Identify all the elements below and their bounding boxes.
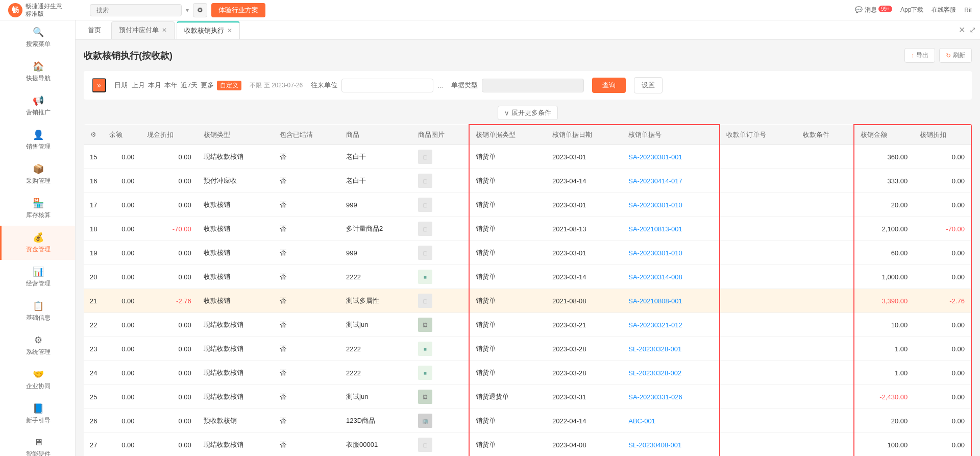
date-option-7days[interactable]: 近7天 bbox=[181, 81, 198, 90]
cell-receipt-bill-date: 2023-03-01 bbox=[546, 241, 622, 265]
th-gear[interactable]: ⚙ bbox=[84, 125, 103, 145]
industry-btn[interactable]: 体验行业方案 bbox=[211, 3, 265, 17]
sidebar-item-operation[interactable]: 📊 经营管理 bbox=[0, 260, 75, 294]
sidebar-label-finance: 资金管理 bbox=[26, 245, 51, 254]
th-receipt-bill-date: 核销单据日期 bbox=[546, 125, 622, 145]
date-filter-group: 日期 上月 本月 本年 近7天 更多 自定义 bbox=[114, 81, 241, 90]
sidebar-item-purchase[interactable]: 📦 采购管理 bbox=[0, 157, 75, 191]
finance-icon: 💰 bbox=[33, 232, 44, 243]
sidebar-item-search[interactable]: 🔍 搜索菜单 bbox=[0, 20, 75, 55]
cell-product-image: ▢ bbox=[412, 241, 470, 265]
sidebar-item-hardware[interactable]: 🖥 智能硬件 bbox=[0, 431, 75, 456]
basic-icon: 📋 bbox=[33, 300, 44, 311]
table-row: 21 0.00 -2.76 收款核销 否 测试多属性 ▢ 销货单 2021-08… bbox=[84, 289, 971, 313]
cell-product: 2222 bbox=[340, 361, 412, 385]
cell-collection-condition bbox=[797, 313, 854, 337]
sidebar-item-quicknav[interactable]: 🏠 快捷导航 bbox=[0, 55, 75, 89]
sidebar-item-enterprise[interactable]: 🤝 企业协同 bbox=[0, 363, 75, 397]
th-cash-discount: 现金折扣 bbox=[141, 125, 198, 145]
cell-writeoff-amount: 360.00 bbox=[854, 145, 914, 169]
query-btn[interactable]: 查询 bbox=[592, 78, 626, 93]
tab-prepay-label: 预付冲应付单 bbox=[119, 26, 159, 35]
date-option-this-year[interactable]: 本年 bbox=[164, 81, 178, 90]
cell-include-settled: 否 bbox=[274, 193, 340, 217]
sidebar-item-marketing[interactable]: 📢 营销推广 bbox=[0, 89, 75, 123]
close-window-icon[interactable]: ✕ bbox=[959, 25, 965, 35]
date-option-more[interactable]: 更多 bbox=[201, 81, 214, 90]
cell-balance: 0.00 bbox=[103, 265, 140, 289]
cell-product: 老白干 bbox=[340, 145, 412, 169]
sidebar-item-basic[interactable]: 📋 基础信息 bbox=[0, 294, 75, 328]
expand-conditions-btn[interactable]: ∨ 展开更多条件 bbox=[498, 106, 558, 120]
date-custom-badge[interactable]: 自定义 bbox=[217, 81, 241, 90]
sidebar-label-operation: 经营管理 bbox=[26, 279, 51, 288]
table-row: 18 0.00 -70.00 收款核销 否 多计量商品2 ▢ 销货单 2021-… bbox=[84, 217, 971, 241]
sidebar-label-guide: 新手引导 bbox=[26, 416, 51, 425]
cell-collection-order-no bbox=[720, 409, 797, 433]
online-service-link[interactable]: 在线客服 bbox=[932, 6, 956, 14]
export-icon: ↑ bbox=[911, 52, 914, 59]
cell-product-image: ▢ bbox=[412, 289, 470, 313]
date-range: 不限 至 2023-07-26 bbox=[250, 81, 303, 90]
cell-writeoff-amount: 10.00 bbox=[854, 313, 914, 337]
tab-receipts[interactable]: 收款核销执行 ✕ bbox=[177, 21, 240, 39]
th-collection-condition: 收款条件 bbox=[797, 125, 854, 145]
date-option-this-month[interactable]: 本月 bbox=[148, 81, 161, 90]
message-icon[interactable]: 💬 消息 99+ bbox=[855, 6, 892, 14]
th-include-settled: 包含已结清 bbox=[274, 125, 340, 145]
page-content: 收款核销执行(按收款) ↑ 导出 ↻ 刷新 » bbox=[76, 40, 980, 456]
maximize-icon[interactable]: ⤢ bbox=[969, 25, 976, 35]
cell-collection-order-no bbox=[720, 145, 797, 169]
tab-home[interactable]: 首页 bbox=[80, 20, 109, 40]
cell-receipt-bill-type: 销货单 bbox=[469, 217, 546, 241]
cell-id: 20 bbox=[84, 265, 103, 289]
filter-expand-btn[interactable]: » bbox=[92, 78, 106, 92]
cell-writeoff-amount: 100.00 bbox=[854, 433, 914, 457]
cell-writeoff-discount: 0.00 bbox=[914, 409, 971, 433]
sidebar-item-inventory[interactable]: 🏪 库存核算 bbox=[0, 191, 75, 226]
cell-id: 16 bbox=[84, 169, 103, 193]
refresh-btn[interactable]: ↻ 刷新 bbox=[939, 48, 972, 63]
cell-product-image: 🖼 bbox=[412, 313, 470, 337]
cell-collection-order-no bbox=[720, 265, 797, 289]
cell-balance: 0.00 bbox=[103, 409, 140, 433]
guide-icon: 📘 bbox=[33, 403, 44, 414]
date-option-last-month[interactable]: 上月 bbox=[132, 81, 145, 90]
cell-collection-condition bbox=[797, 217, 854, 241]
logo-text: 畅捷通好生意 标准版 bbox=[26, 3, 62, 17]
cell-balance: 0.00 bbox=[103, 145, 140, 169]
sidebar-item-finance[interactable]: 💰 资金管理 bbox=[0, 226, 75, 260]
logo: 畅 畅捷通好生意 标准版 bbox=[8, 3, 84, 17]
receipt-type-select[interactable] bbox=[482, 79, 584, 92]
expand-arrows-icon: » bbox=[97, 81, 101, 89]
cell-receipt-bill-no: SA-20210808-001 bbox=[622, 289, 720, 313]
cell-writeoff-discount: 0.00 bbox=[914, 265, 971, 289]
cell-balance: 0.00 bbox=[103, 313, 140, 337]
tab-receipts-close[interactable]: ✕ bbox=[227, 27, 232, 34]
table-row: 16 0.00 0.00 预付冲应收 否 老白干 ▢ 销货单 2023-04-1… bbox=[84, 169, 971, 193]
hardware-icon: 🖥 bbox=[34, 437, 43, 448]
sidebar-label-sales: 销售管理 bbox=[26, 142, 51, 151]
cell-receipt-bill-date: 2023-03-28 bbox=[546, 361, 622, 385]
export-btn[interactable]: ↑ 导出 bbox=[904, 48, 935, 63]
cell-cash-discount: 0.00 bbox=[141, 409, 198, 433]
cell-id: 27 bbox=[84, 433, 103, 457]
cell-balance: 0.00 bbox=[103, 169, 140, 193]
tab-prepay-close[interactable]: ✕ bbox=[162, 27, 167, 34]
cell-receipt-bill-no: SA-20230414-017 bbox=[622, 169, 720, 193]
tab-prepay[interactable]: 预付冲应付单 ✕ bbox=[111, 21, 175, 39]
sidebar-item-guide[interactable]: 📘 新手引导 bbox=[0, 397, 75, 431]
cell-id: 19 bbox=[84, 241, 103, 265]
table-settings-btn[interactable]: 设置 bbox=[634, 77, 663, 93]
counterpart-filter-group: 往来单位 ... bbox=[311, 79, 443, 92]
settings-icon[interactable]: ⚙ bbox=[193, 3, 207, 17]
app-download-link[interactable]: App下载 bbox=[900, 6, 923, 14]
cell-collection-condition bbox=[797, 289, 854, 313]
sidebar-item-system[interactable]: ⚙ 系统管理 bbox=[0, 328, 75, 363]
sidebar-item-sales[interactable]: 👤 销售管理 bbox=[0, 123, 75, 157]
cell-receipt-bill-no: SA-20230321-012 bbox=[622, 313, 720, 337]
cell-collection-order-no bbox=[720, 361, 797, 385]
top-search-input[interactable] bbox=[90, 4, 182, 16]
cell-receipt-bill-type: 销货单 bbox=[469, 313, 546, 337]
counterpart-input[interactable] bbox=[341, 79, 433, 92]
